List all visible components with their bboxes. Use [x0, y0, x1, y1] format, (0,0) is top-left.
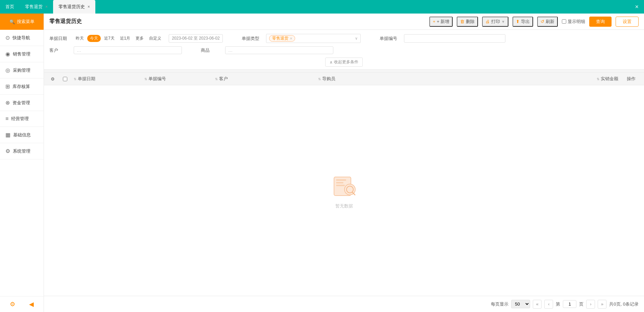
- basic-info-icon: ▦: [5, 132, 10, 138]
- sidebar-item-purchase[interactable]: ◎ 采购管理: [0, 62, 44, 79]
- sort-amount-icon: ⇅: [597, 77, 599, 81]
- date-opt-today[interactable]: 今天: [87, 35, 101, 42]
- delete-icon: 🗑: [460, 19, 464, 24]
- sidebar-bottom: ⚙ ◀: [0, 296, 44, 312]
- type-select[interactable]: 零售退货 × ∨: [266, 34, 361, 43]
- prev-page-icon: ‹: [548, 302, 549, 307]
- finance-icon: ⊗: [5, 99, 10, 106]
- refresh-button[interactable]: ↺ 刷新: [537, 17, 558, 27]
- empty-state: 暂无数据: [44, 85, 644, 296]
- date-opt-1month[interactable]: 近1月: [118, 35, 133, 42]
- sales-icon: ◉: [5, 51, 10, 57]
- setting-button[interactable]: 设置: [616, 17, 639, 27]
- sidebar-item-quick-nav[interactable]: ⊙ 快捷导航: [0, 30, 44, 46]
- tab-close-retail-return[interactable]: ×: [45, 4, 48, 9]
- operation-icon: ≡: [5, 116, 8, 122]
- col-settings-header[interactable]: ⚙: [47, 76, 59, 82]
- settings-col-icon: ⚙: [51, 76, 55, 82]
- empty-text: 暂无数据: [335, 203, 353, 209]
- table-area: ⚙ ⇅ 单据日期 ⇅ 单据编号 ⇅ 客户 ⇅: [44, 72, 644, 296]
- delete-button[interactable]: 🗑 删除: [457, 17, 478, 27]
- table-header: ⚙ ⇅ 单据日期 ⇅ 单据编号 ⇅ 客户 ⇅: [44, 72, 644, 85]
- filter-area: 单据日期 昨天 今天 近7天 近1月 更多 自定义 2023-06-02 至 2…: [44, 30, 644, 70]
- total-label: 共0页, 0条记录: [609, 301, 639, 307]
- tab-home[interactable]: 首页: [0, 0, 20, 14]
- date-opt-custom[interactable]: 自定义: [147, 35, 163, 42]
- page-title: 零售退货历史: [49, 18, 429, 25]
- sidebar-item-finance[interactable]: ⊗ 资金管理: [0, 95, 44, 111]
- sidebar-item-inventory[interactable]: ⊞ 库存核算: [0, 79, 44, 95]
- bill-no-label: 单据编号: [380, 36, 399, 42]
- collapse-row: ∧ 收起更多条件: [49, 58, 639, 67]
- pagination: 每页显示 50 10 20 100 « ‹ 第 页 › » 共0页, 0条记录: [44, 296, 644, 312]
- sidebar-item-sales[interactable]: ◉ 销售管理: [0, 46, 44, 62]
- filter-row-2: 客户 … 商品 …: [49, 46, 639, 54]
- date-options: 昨天 今天 近7天 近1月 更多 自定义: [74, 35, 163, 42]
- collapse-button[interactable]: ∧ 收起更多条件: [325, 58, 363, 67]
- print-icon: 🖨: [485, 19, 490, 24]
- sidebar-search[interactable]: 🔍 搜索菜单: [0, 14, 44, 30]
- main-layout: 🔍 搜索菜单 ⊙ 快捷导航 ◉ 销售管理 ◎ 采购管理 ⊞ 库存核算 ⊗ 资金管…: [0, 14, 644, 312]
- sidebar-item-basic-info[interactable]: ▦ 基础信息: [0, 127, 44, 143]
- bill-no-input[interactable]: [404, 34, 505, 43]
- last-page-icon: »: [601, 302, 603, 307]
- col-customer-header[interactable]: ⇅ 客户: [212, 76, 315, 82]
- tab-retail-return[interactable]: 零售退货 ×: [20, 0, 53, 14]
- page-header: 零售退货历史 + + 新增 🗑 删除 🖨 打印 ▼ ⬆ 导出: [44, 14, 644, 30]
- export-button[interactable]: ⬆ 导出: [512, 17, 533, 27]
- print-button[interactable]: 🖨 打印 ▼: [482, 17, 508, 27]
- sidebar-item-operation[interactable]: ≡ 经营管理: [0, 111, 44, 127]
- svg-rect-1: [336, 179, 346, 181]
- per-page-select[interactable]: 50 10 20 100: [511, 300, 530, 308]
- sort-date-icon: ⇅: [74, 77, 76, 81]
- window-close-button[interactable]: ×: [635, 3, 639, 10]
- tab-close-retail-return-history[interactable]: ×: [88, 4, 90, 9]
- customer-label: 客户: [49, 47, 68, 53]
- export-icon: ⬆: [516, 19, 520, 24]
- first-page-button[interactable]: «: [533, 300, 542, 309]
- customer-placeholder: …: [77, 48, 81, 53]
- purchase-icon: ◎: [5, 67, 10, 73]
- header-actions: + + 新增 🗑 删除 🖨 打印 ▼ ⬆ 导出 ↺: [429, 17, 639, 27]
- add-icon: +: [433, 19, 435, 24]
- inventory-icon: ⊞: [5, 83, 10, 90]
- last-page-button[interactable]: »: [598, 300, 606, 309]
- refresh-icon: ↺: [541, 19, 544, 24]
- type-label: 单据类型: [242, 36, 261, 42]
- search-icon: 🔍: [9, 19, 15, 24]
- col-date-header[interactable]: ⇅ 单据日期: [71, 76, 142, 82]
- display-detail-checkbox[interactable]: [562, 19, 566, 24]
- quick-nav-icon: ⊙: [5, 35, 10, 41]
- settings-bottom-icon[interactable]: ⚙: [10, 300, 15, 308]
- page-input[interactable]: [563, 300, 576, 308]
- date-opt-more[interactable]: 更多: [134, 35, 146, 42]
- type-tag: 零售退货 ×: [269, 35, 295, 42]
- next-page-icon: ›: [590, 302, 591, 307]
- col-checkbox-header[interactable]: [59, 77, 71, 81]
- collapse-sidebar-icon[interactable]: ◀: [29, 300, 34, 308]
- sidebar-item-system[interactable]: ⚙ 系统管理: [0, 143, 44, 159]
- goods-label: 商品: [201, 47, 220, 53]
- svg-rect-3: [336, 185, 345, 186]
- prev-page-button[interactable]: ‹: [544, 300, 553, 309]
- date-opt-7days[interactable]: 近7天: [102, 35, 117, 42]
- display-detail-toggle: 显示明细: [562, 19, 585, 25]
- col-amount-header[interactable]: ⇅ 实销金额: [587, 76, 621, 82]
- query-button[interactable]: 查询: [589, 17, 612, 27]
- svg-rect-2: [336, 182, 343, 183]
- select-all-checkbox[interactable]: [63, 77, 67, 81]
- add-button[interactable]: + + 新增: [429, 17, 453, 27]
- date-opt-yesterday[interactable]: 昨天: [74, 35, 86, 42]
- date-range-input[interactable]: 2023-06-02 至 2023-06-02: [169, 34, 223, 43]
- customer-select[interactable]: …: [74, 46, 182, 54]
- filter-row-1: 单据日期 昨天 今天 近7天 近1月 更多 自定义 2023-06-02 至 2…: [49, 34, 639, 43]
- goods-select[interactable]: …: [225, 46, 333, 54]
- sort-bill-icon: ⇅: [144, 77, 147, 81]
- page-unit: 页: [579, 301, 583, 307]
- empty-image: [331, 172, 358, 199]
- col-guide-header[interactable]: ⇅ 导购员: [315, 76, 386, 82]
- col-bill-no-header[interactable]: ⇅ 单据编号: [142, 76, 212, 82]
- next-page-button[interactable]: ›: [586, 300, 595, 309]
- tab-retail-return-history[interactable]: 零售退货历史 ×: [53, 0, 95, 14]
- type-tag-close[interactable]: ×: [290, 36, 292, 41]
